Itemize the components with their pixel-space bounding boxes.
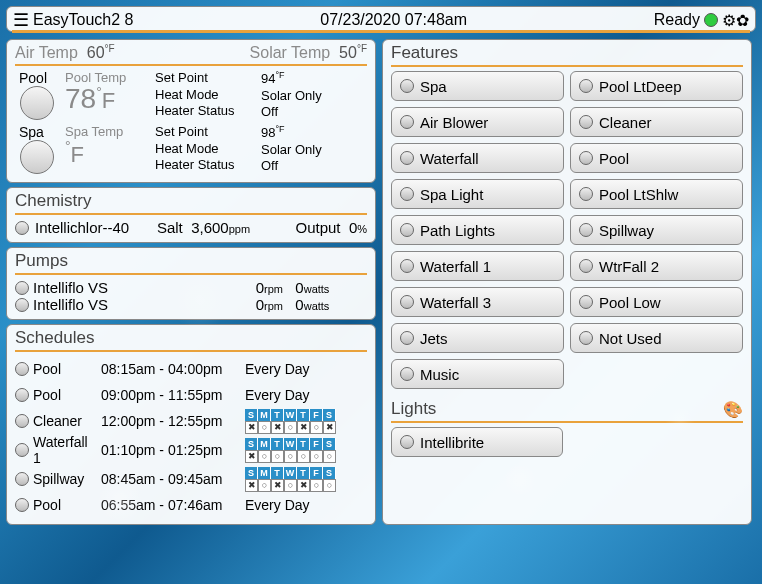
pump-toggle[interactable] (15, 298, 29, 312)
air-temp: Air Temp 60°F (15, 43, 115, 62)
feature-label: Waterfall 3 (420, 294, 491, 311)
feature-indicator-icon (579, 331, 593, 345)
day-selector[interactable]: SMTWTFS (245, 467, 336, 492)
feature-label: Waterfall 1 (420, 258, 491, 275)
day-selector[interactable]: SMTWTFS (245, 409, 336, 434)
feature-label: Pool (599, 150, 629, 167)
feature-indicator-icon (400, 151, 414, 165)
palette-icon[interactable]: 🎨 (723, 400, 743, 419)
feature-label: WtrFall 2 (599, 258, 659, 275)
schedule-time: 08:15am - 04:00pm (101, 361, 241, 377)
feature-button[interactable]: WtrFall 2 (570, 251, 743, 281)
feature-button[interactable]: Spa (391, 71, 564, 101)
feature-indicator-icon (400, 295, 414, 309)
feature-indicator-icon (579, 187, 593, 201)
chemistry-panel: Chemistry Intellichlor--40 Salt 3,600ppm… (6, 187, 376, 243)
schedule-toggle[interactable] (15, 414, 29, 428)
feature-label: Waterfall (420, 150, 479, 167)
feature-indicator-icon (579, 79, 593, 93)
pump-row: Intelliflo VS0rpm 0watts (15, 296, 367, 313)
feature-label: Path Lights (420, 222, 495, 239)
schedule-row: Pool06:55am - 07:46amEvery Day (15, 492, 367, 518)
feature-button[interactable]: Spa Light (391, 179, 564, 209)
schedule-name: Pool (33, 387, 61, 403)
day-selector[interactable]: SMTWTFS (245, 438, 336, 463)
body-name: Pool (19, 70, 55, 86)
feature-label: Cleaner (599, 114, 652, 131)
schedule-time: 08:45am - 09:45am (101, 471, 241, 487)
body-toggle[interactable] (20, 140, 54, 174)
feature-button[interactable]: Spillway (570, 215, 743, 245)
body-row: SpaSpa Temp°FSet PointHeat ModeHeater St… (15, 124, 367, 174)
schedule-row: Pool09:00pm - 11:55pmEvery Day (15, 382, 367, 408)
schedule-days-text: Every Day (245, 361, 310, 377)
pump-name: Intelliflo VS (33, 279, 209, 296)
schedule-days-text: Every Day (245, 497, 310, 513)
feature-indicator-icon (400, 367, 414, 381)
schedule-toggle[interactable] (15, 362, 29, 376)
feature-button[interactable]: Not Used (570, 323, 743, 353)
feature-button[interactable]: Pool Low (570, 287, 743, 317)
feature-button[interactable]: Jets (391, 323, 564, 353)
pump-watts: 0watts (287, 279, 367, 296)
feature-button[interactable]: Waterfall (391, 143, 564, 173)
feature-button[interactable]: Path Lights (391, 215, 564, 245)
schedule-name: Pool (33, 361, 61, 377)
schedules-title: Schedules (15, 328, 367, 348)
pump-name: Intelliflo VS (33, 296, 209, 313)
feature-button[interactable]: Air Blower (391, 107, 564, 137)
feature-button[interactable]: Pool LtShlw (570, 179, 743, 209)
schedule-time: 01:10pm - 01:25pm (101, 442, 241, 458)
feature-label: Spa Light (420, 186, 483, 203)
light-indicator-icon (400, 435, 414, 449)
body-toggle[interactable] (20, 86, 54, 120)
gear-icon[interactable]: ⚙✿ (722, 11, 749, 30)
schedule-toggle[interactable] (15, 498, 29, 512)
pumps-title: Pumps (15, 251, 367, 271)
app-title: EasyTouch2 8 (33, 11, 134, 29)
feature-label: Spa (420, 78, 447, 95)
schedule-toggle[interactable] (15, 443, 29, 457)
feature-label: Pool LtDeep (599, 78, 682, 95)
chlorinator-name: Intellichlor--40 (35, 219, 145, 236)
schedule-toggle[interactable] (15, 472, 29, 486)
chlorinator-toggle[interactable] (15, 221, 29, 235)
chemistry-title: Chemistry (15, 191, 367, 211)
heat-values: 98°FSolar OnlyOff (261, 124, 343, 174)
feature-button[interactable]: Music (391, 359, 564, 389)
feature-button[interactable]: Waterfall 3 (391, 287, 564, 317)
status-text: Ready (654, 11, 700, 29)
feature-indicator-icon (579, 295, 593, 309)
heat-labels: Set PointHeat ModeHeater Status (155, 124, 255, 173)
schedule-name: Cleaner (33, 413, 82, 429)
feature-button[interactable]: Cleaner (570, 107, 743, 137)
body-name: Spa (19, 124, 55, 140)
feature-label: Pool LtShlw (599, 186, 678, 203)
feature-indicator-icon (579, 115, 593, 129)
schedules-panel: Schedules Pool08:15am - 04:00pmEvery Day… (6, 324, 376, 525)
schedule-name: Waterfall 1 (33, 434, 97, 466)
header-datetime: 07/23/2020 07:48am (134, 11, 654, 29)
pump-row: Intelliflo VS0rpm 0watts (15, 279, 367, 296)
feature-button[interactable]: Waterfall 1 (391, 251, 564, 281)
schedule-name: Spillway (33, 471, 84, 487)
pump-toggle[interactable] (15, 281, 29, 295)
light-button[interactable]: Intellibrite (391, 427, 563, 457)
body-temp-value: °F (65, 139, 149, 167)
feature-button[interactable]: Pool LtDeep (570, 71, 743, 101)
schedule-time: 09:00pm - 11:55pm (101, 387, 241, 403)
feature-indicator-icon (400, 115, 414, 129)
feature-indicator-icon (579, 259, 593, 273)
feature-indicator-icon (579, 223, 593, 237)
light-label: Intellibrite (420, 434, 484, 451)
feature-indicator-icon (579, 151, 593, 165)
schedule-row: Cleaner12:00pm - 12:55pmSMTWTFS (15, 408, 367, 434)
schedule-time: 12:00pm - 12:55pm (101, 413, 241, 429)
pump-rpm: 0rpm (213, 296, 283, 313)
schedule-toggle[interactable] (15, 388, 29, 402)
feature-indicator-icon (400, 331, 414, 345)
menu-icon[interactable]: ☰ (13, 9, 29, 31)
feature-button[interactable]: Pool (570, 143, 743, 173)
output-reading: Output 0% (262, 219, 367, 236)
schedule-row: Pool08:15am - 04:00pmEvery Day (15, 356, 367, 382)
